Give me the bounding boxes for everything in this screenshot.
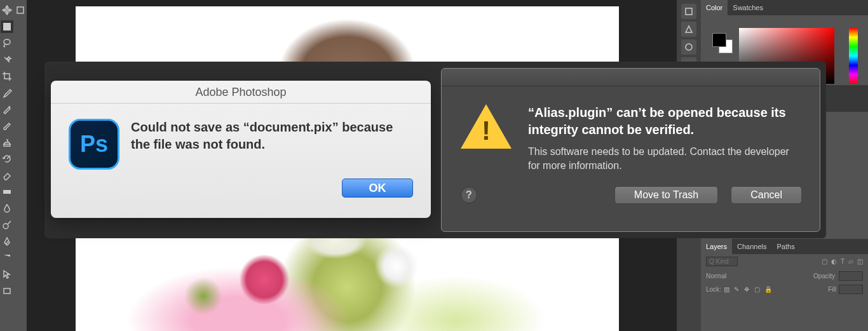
dialog-headline: “Alias.plugin” can’t be opened because i… [528, 104, 802, 138]
marquee-tool[interactable] [1, 20, 13, 33]
channels-tab[interactable]: Channels [732, 239, 771, 254]
svg-rect-0 [17, 7, 24, 13]
lock-all-icon[interactable]: 🔒 [764, 286, 772, 294]
filter-shape-icon[interactable]: ▱ [848, 258, 853, 265]
svg-rect-6 [686, 8, 692, 15]
svg-point-4 [3, 224, 8, 229]
opacity-label: Opacity [813, 273, 835, 280]
gradient-tool[interactable] [1, 186, 13, 198]
clone-stamp-tool[interactable] [1, 136, 13, 149]
lock-transparency-icon[interactable]: ▨ [724, 286, 731, 294]
dialog-titlebar[interactable] [442, 69, 820, 86]
tools-toolbar [0, 0, 27, 331]
hue-slider[interactable] [849, 28, 858, 84]
healing-brush-tool[interactable] [1, 103, 13, 116]
panel-dock-icon-3[interactable] [681, 39, 696, 55]
artboard-tool[interactable] [14, 4, 27, 17]
fill-input[interactable] [839, 285, 863, 294]
warning-icon: ! [461, 104, 510, 150]
layer-filter-input[interactable] [706, 257, 738, 266]
lasso-tool[interactable] [1, 37, 13, 50]
dialog-subtext: This software needs to be updated. Conta… [528, 145, 802, 173]
lock-label: Lock: [706, 286, 721, 293]
svg-point-7 [686, 44, 692, 50]
crop-tool[interactable] [1, 70, 13, 83]
panel-dock-icon-2[interactable] [681, 22, 696, 37]
dialog-title: Adobe Photoshop [51, 81, 431, 103]
rectangle-tool[interactable] [1, 285, 13, 297]
path-select-tool[interactable] [1, 268, 13, 281]
brush-tool[interactable] [1, 119, 13, 132]
layers-tab[interactable]: Layers [701, 239, 732, 254]
filter-smart-icon[interactable]: ◫ [857, 258, 863, 265]
swatches-tab[interactable]: Swatches [728, 0, 768, 15]
filter-type-icon[interactable]: T [841, 258, 844, 265]
color-tab[interactable]: Color [701, 0, 728, 15]
lock-position-icon[interactable]: ✥ [744, 286, 752, 294]
svg-rect-5 [4, 288, 10, 294]
fill-label: Fill [828, 286, 836, 293]
blur-tool[interactable] [1, 202, 13, 215]
ok-button[interactable]: OK [342, 179, 413, 198]
paths-tab[interactable]: Paths [772, 239, 800, 254]
eyedropper-tool[interactable] [1, 86, 13, 99]
type-tool[interactable] [1, 252, 13, 264]
cancel-button[interactable]: Cancel [731, 186, 802, 204]
dialog-message: Could not save as “document.pix” because… [131, 119, 413, 170]
filter-adjust-icon[interactable]: ◐ [831, 258, 837, 265]
filter-image-icon[interactable]: ▢ [822, 258, 827, 265]
photoshop-error-dialog: Adobe Photoshop Ps Could not save as “do… [51, 81, 431, 218]
photoshop-app-icon: Ps [69, 119, 119, 170]
magic-wand-tool[interactable] [1, 53, 13, 66]
history-brush-tool[interactable] [1, 152, 13, 165]
gatekeeper-dialog: ! “Alias.plugin” can’t be opened because… [441, 68, 820, 232]
svg-rect-1 [3, 23, 11, 30]
move-tool[interactable] [1, 4, 13, 17]
help-button[interactable]: ? [461, 187, 477, 203]
pen-tool[interactable] [1, 235, 13, 248]
lock-pixel-icon[interactable]: ✎ [734, 286, 742, 294]
foreground-swatch[interactable] [712, 33, 726, 47]
dodge-tool[interactable] [1, 219, 13, 231]
panel-dock-icon-1[interactable] [681, 4, 696, 19]
move-to-trash-button[interactable]: Move to Trash [614, 186, 718, 204]
blend-mode-select[interactable]: Normal [706, 273, 726, 280]
lock-artboard-icon[interactable]: ▢ [754, 286, 762, 294]
eraser-tool[interactable] [1, 169, 13, 182]
opacity-input[interactable] [839, 271, 863, 281]
layers-panel: ▢ ◐ T ▱ ◫ Normal Opacity Lock: ▨ ✎ ✥ ▢ [701, 254, 868, 331]
svg-rect-3 [3, 190, 11, 194]
